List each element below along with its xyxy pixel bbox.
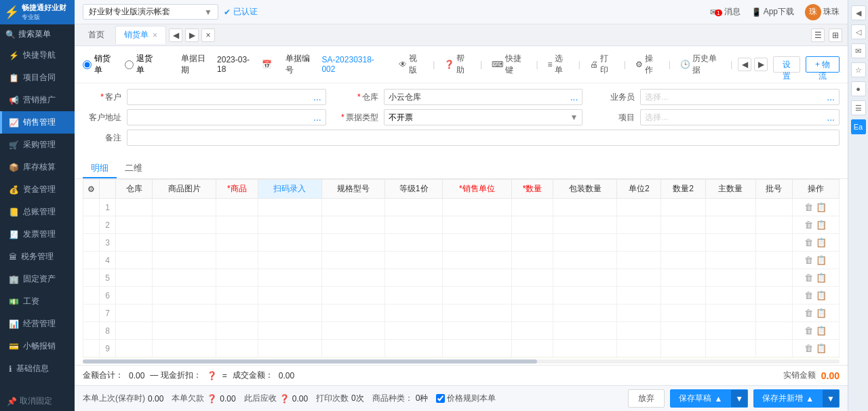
row-qty2[interactable]: [661, 322, 705, 340]
row-product[interactable]: [216, 234, 258, 252]
project-input[interactable]: 选择... ...: [640, 109, 840, 125]
row-sales-unit[interactable]: [443, 252, 511, 269]
view-icon-grid[interactable]: ⊞: [829, 28, 842, 42]
address-select-icon[interactable]: ...: [313, 112, 321, 123]
sidebar-item-inventory[interactable]: 📦 库存核算: [0, 156, 75, 178]
sidebar-item-purchase[interactable]: 🛒 采购管理: [0, 134, 75, 156]
app-download-button[interactable]: 📱 App下载: [751, 6, 794, 18]
row-qty2[interactable]: [661, 199, 705, 216]
row-qty2[interactable]: [661, 216, 705, 234]
row-batch[interactable]: [755, 287, 792, 305]
row-warehouse[interactable]: [116, 199, 153, 216]
tab-sales-order[interactable]: 销货单 ×: [115, 26, 166, 44]
sidebar-item-quicknav[interactable]: ⚡ 快捷导航: [0, 44, 75, 66]
row-product-img[interactable]: [153, 216, 216, 234]
messages-button[interactable]: ✉ 1 消息: [710, 6, 741, 18]
row-pack-qty[interactable]: [553, 340, 617, 357]
row-warehouse[interactable]: [116, 287, 153, 305]
row-delete-icon[interactable]: 🗑: [804, 308, 813, 318]
row-batch[interactable]: [755, 269, 792, 287]
row-warehouse[interactable]: [116, 234, 153, 252]
row-scan[interactable]: [258, 340, 321, 357]
right-panel-btn-circle[interactable]: ●: [851, 81, 866, 96]
sidebar-item-marketing[interactable]: 📢 营销推广: [0, 89, 75, 111]
row-spec[interactable]: [321, 340, 385, 357]
row-qty2[interactable]: [661, 234, 705, 252]
row-batch[interactable]: [755, 322, 792, 340]
row-delete-icon[interactable]: 🗑: [804, 237, 813, 248]
row-unit2[interactable]: [617, 234, 661, 252]
right-panel-btn-mail[interactable]: ✉: [851, 43, 866, 58]
row-quantity[interactable]: [511, 340, 553, 357]
tab-next-button[interactable]: ▶: [185, 28, 199, 42]
row-pack-qty[interactable]: [553, 252, 617, 269]
row-delete-icon[interactable]: 🗑: [804, 273, 813, 283]
tab-prev-button[interactable]: ◀: [169, 28, 182, 42]
row-copy-icon[interactable]: 📋: [816, 220, 827, 230]
row-sales-unit[interactable]: [443, 340, 511, 357]
sidebar-unpin[interactable]: 📌 取消固定: [0, 391, 75, 411]
row-delete-icon[interactable]: 🗑: [804, 220, 813, 230]
row-batch[interactable]: [755, 199, 792, 216]
row-copy-icon[interactable]: 📋: [816, 343, 827, 353]
warehouse-input[interactable]: 小云仓库 ...: [384, 89, 583, 105]
row-scan[interactable]: [258, 322, 321, 340]
row-warehouse[interactable]: [116, 305, 153, 322]
sidebar-item-invoice[interactable]: 🧾 发票管理: [0, 223, 75, 246]
row-product[interactable]: [216, 269, 258, 287]
row-spec[interactable]: [321, 305, 385, 322]
row-copy-icon[interactable]: 📋: [816, 326, 827, 336]
row-scan[interactable]: [258, 216, 321, 234]
row-main-qty[interactable]: [705, 216, 755, 234]
invoice-type-select[interactable]: 不开票 ▼: [384, 109, 583, 125]
save-new-arrow-button[interactable]: ▼: [823, 389, 840, 408]
row-product[interactable]: [216, 340, 258, 357]
save-draft-button[interactable]: 保存草稿 ▲: [670, 389, 731, 408]
tab-detail[interactable]: 明细: [83, 159, 117, 178]
row-scan[interactable]: [258, 252, 321, 269]
row-unit2[interactable]: [617, 216, 661, 234]
row-delete-icon[interactable]: 🗑: [804, 290, 813, 300]
row-sales-unit[interactable]: [443, 234, 511, 252]
operation-button[interactable]: ⚙ 操作: [631, 52, 663, 77]
row-product[interactable]: [216, 322, 258, 340]
add-logistics-button[interactable]: + 物流: [806, 56, 840, 73]
row-delete-icon[interactable]: 🗑: [804, 343, 813, 353]
row-copy-icon[interactable]: 📋: [816, 273, 827, 283]
row-grade-price[interactable]: [385, 216, 443, 234]
row-main-qty[interactable]: [705, 340, 755, 357]
sidebar-item-sales[interactable]: 📈 销售管理: [0, 111, 75, 134]
row-grade-price[interactable]: [385, 252, 443, 269]
row-warehouse[interactable]: [116, 216, 153, 234]
row-qty2[interactable]: [661, 252, 705, 269]
row-sales-unit[interactable]: [443, 216, 511, 234]
row-scan[interactable]: [258, 287, 321, 305]
row-grade-price[interactable]: [385, 269, 443, 287]
row-batch[interactable]: [755, 340, 792, 357]
row-spec[interactable]: [321, 322, 385, 340]
row-product-img[interactable]: [153, 199, 216, 216]
row-spec[interactable]: [321, 252, 385, 269]
sidebar-item-search[interactable]: 🔍 搜索菜单: [0, 24, 75, 44]
row-product[interactable]: [216, 305, 258, 322]
row-grade-price[interactable]: [385, 322, 443, 340]
row-copy-icon[interactable]: 📋: [816, 237, 827, 248]
row-quantity[interactable]: [511, 234, 553, 252]
doc-prev-button[interactable]: ◀: [738, 58, 751, 71]
row-product-img[interactable]: [153, 287, 216, 305]
col-scan-input[interactable]: 扫码录入: [258, 180, 321, 199]
customer-address-input[interactable]: ...: [127, 109, 326, 125]
remark-input[interactable]: [127, 130, 840, 146]
table-scrollbar[interactable]: [83, 359, 840, 364]
row-qty2[interactable]: [661, 305, 705, 322]
row-product[interactable]: [216, 287, 258, 305]
shortcut-button[interactable]: ⌨ 快捷键: [488, 52, 530, 77]
row-main-qty[interactable]: [705, 305, 755, 322]
tab-close-all-button[interactable]: ×: [201, 28, 215, 42]
row-scan[interactable]: [258, 199, 321, 216]
row-quantity[interactable]: [511, 269, 553, 287]
row-warehouse[interactable]: [116, 269, 153, 287]
row-grade-price[interactable]: [385, 199, 443, 216]
row-pack-qty[interactable]: [553, 322, 617, 340]
row-product[interactable]: [216, 252, 258, 269]
